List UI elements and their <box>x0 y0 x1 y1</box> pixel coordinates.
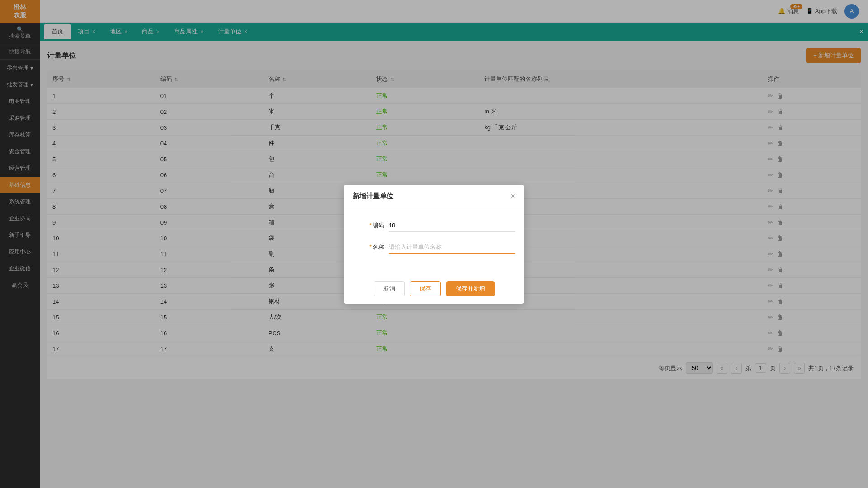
code-input[interactable] <box>389 219 515 232</box>
code-field-row: *编码 <box>353 219 515 232</box>
modal-body: *编码 *名称 <box>344 208 524 274</box>
name-input[interactable] <box>389 241 515 254</box>
save-and-new-button[interactable]: 保存并新增 <box>446 281 495 296</box>
modal-header: 新增计量单位 × <box>344 185 524 208</box>
name-label: *名称 <box>353 243 384 251</box>
modal-footer: 取消 保存 保存并新增 <box>344 274 524 304</box>
name-field-row: *名称 <box>353 241 515 254</box>
cancel-button[interactable]: 取消 <box>374 281 405 296</box>
modal-title: 新增计量单位 <box>353 192 393 201</box>
modal-close-button[interactable]: × <box>510 192 515 200</box>
modal-overlay: 新增计量单位 × *编码 *名称 取消 保存 保存并新增 <box>0 0 868 488</box>
save-button[interactable]: 保存 <box>410 281 441 296</box>
add-unit-modal: 新增计量单位 × *编码 *名称 取消 保存 保存并新增 <box>344 185 524 304</box>
code-label: *编码 <box>353 221 384 230</box>
